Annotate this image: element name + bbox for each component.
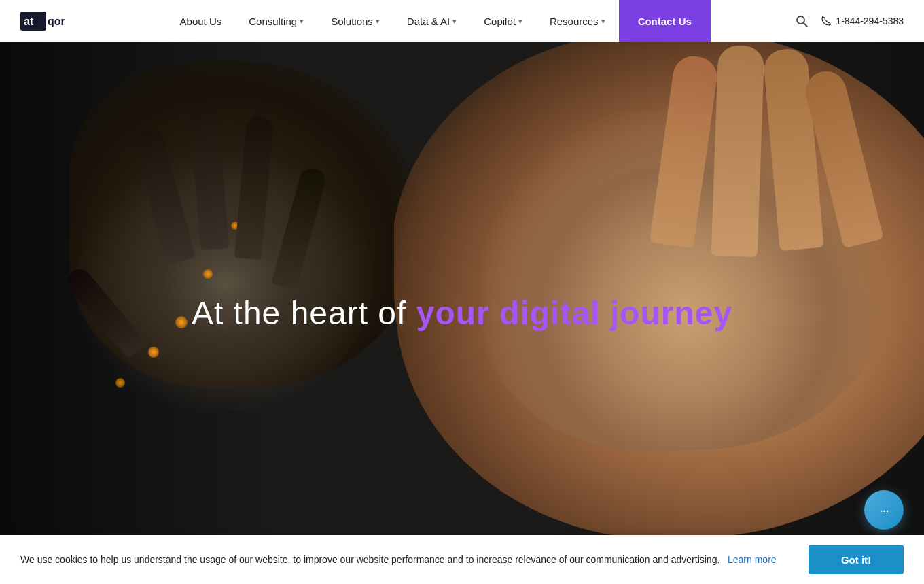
- search-button[interactable]: [795, 14, 808, 28]
- search-icon: [795, 14, 808, 28]
- nav-menu: About Us Consulting ▾ Solutions ▾ Data &…: [82, 0, 795, 42]
- logo-svg: at qor: [20, 9, 82, 33]
- svg-line-5: [804, 23, 807, 27]
- cookie-got-it-button[interactable]: Got it!: [808, 545, 904, 574]
- consulting-chevron-icon: ▾: [300, 17, 304, 26]
- svg-text:at: at: [24, 16, 34, 27]
- svg-point-4: [797, 16, 804, 24]
- copilot-chevron-icon: ▾: [518, 17, 522, 26]
- nav-data-ai[interactable]: Data & AI ▾: [393, 0, 470, 42]
- nav-contact-us[interactable]: Contact Us: [619, 0, 711, 42]
- svg-text:qor: qor: [48, 16, 65, 27]
- robot-hand-area: [0, 42, 462, 535]
- nav-consulting[interactable]: Consulting ▾: [235, 0, 317, 42]
- phone-icon: [821, 16, 832, 27]
- phone-link[interactable]: 1-844-294-5383: [821, 16, 904, 27]
- chat-bubble-dots: ···: [879, 502, 889, 518]
- hero-section: At the heart of your digital journey scr…: [0, 0, 924, 584]
- solutions-chevron-icon: ▾: [376, 17, 380, 26]
- cookie-banner: We use cookies to help us understand the…: [0, 535, 924, 584]
- chat-bubble-button[interactable]: ···: [864, 490, 904, 530]
- cookie-message: We use cookies to help us understand the…: [20, 553, 795, 567]
- nav-about-us[interactable]: About Us: [166, 0, 236, 42]
- navbar-right: 1-844-294-5383: [795, 14, 904, 28]
- logo[interactable]: at qor: [20, 9, 82, 33]
- nav-copilot[interactable]: Copilot ▾: [470, 0, 536, 42]
- hero-text-block: At the heart of your digital journey: [192, 294, 732, 331]
- hero-title: At the heart of your digital journey: [192, 294, 732, 331]
- nav-resources[interactable]: Resources ▾: [536, 0, 619, 42]
- data-ai-chevron-icon: ▾: [452, 17, 457, 26]
- phone-number: 1-844-294-5383: [836, 16, 904, 27]
- resources-chevron-icon: ▾: [601, 17, 605, 26]
- human-hand-area: [394, 42, 924, 535]
- cookie-learn-more-link[interactable]: Learn more: [728, 554, 777, 565]
- nav-solutions[interactable]: Solutions ▾: [317, 0, 393, 42]
- navbar: at qor About Us Consulting ▾ Solutions ▾…: [0, 0, 924, 42]
